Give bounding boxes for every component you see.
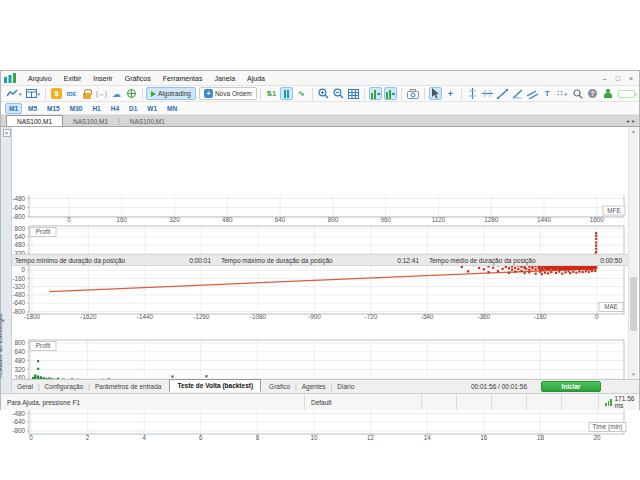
chart-type-button[interactable]: ▾ xyxy=(6,87,23,100)
timeframe-m5[interactable]: M5 xyxy=(24,103,41,114)
timeframe-m30[interactable]: M30 xyxy=(66,103,87,114)
menu-ferramentas[interactable]: Ferramentas xyxy=(157,75,209,82)
scrollbar-thumb[interactable] xyxy=(630,277,637,331)
chart-shift-button[interactable] xyxy=(384,87,397,100)
horizontal-line-icon xyxy=(482,89,493,98)
crosshair-button[interactable]: + xyxy=(444,87,457,100)
chart-scrollbar[interactable]: ▲ ▼ xyxy=(628,127,638,379)
algotrading-button[interactable]: Algotrading xyxy=(146,87,196,100)
tick-chart-button[interactable]: ∿ xyxy=(295,87,308,100)
chart-layout-button[interactable]: ▾ xyxy=(25,87,42,100)
cloud-button[interactable]: ☁ xyxy=(110,87,123,100)
cloud-icon: ☁ xyxy=(112,89,121,99)
community-button[interactable] xyxy=(125,87,138,100)
tab-scroll-left-icon[interactable]: ◂ xyxy=(626,117,629,124)
lock-button[interactable] xyxy=(80,87,93,100)
timeframe-mn[interactable]: MN xyxy=(163,103,181,114)
cursor-button[interactable] xyxy=(429,87,442,100)
connection-button[interactable]: (↔) xyxy=(95,87,108,100)
equidistant-channel-tool[interactable] xyxy=(526,87,539,100)
axis-tick-label: 10 xyxy=(310,434,318,441)
shapes-tool[interactable]: ∷ ▾ xyxy=(556,87,569,100)
market-watch-button[interactable]: $ xyxy=(50,87,63,100)
tab-parametros[interactable]: Parâmetros de entrada xyxy=(90,383,166,390)
chart-snapshot-button[interactable] xyxy=(406,87,420,100)
timeframe-h1[interactable]: H1 xyxy=(88,103,104,114)
timeframe-m15[interactable]: M15 xyxy=(43,103,64,114)
help-button[interactable]: ? xyxy=(586,87,599,100)
chart-tab[interactable]: NAS100,M1 xyxy=(63,116,118,126)
text-tool[interactable]: T xyxy=(541,87,554,100)
tab-configuracao[interactable]: Configuração xyxy=(40,383,89,390)
zoom-in-button[interactable] xyxy=(317,87,330,100)
zoom-out-button[interactable] xyxy=(332,87,345,100)
data-point xyxy=(549,268,551,270)
metaeditor-button[interactable]: IDE xyxy=(65,87,78,100)
axis-tick-label: MFE xyxy=(607,207,620,214)
chart-tab[interactable]: NAS100,M1 xyxy=(120,116,175,126)
axis-tick-label: MAE xyxy=(604,303,618,310)
scroll-up-icon[interactable]: ▲ xyxy=(629,127,638,136)
status-profile[interactable]: Default xyxy=(304,394,421,410)
new-order-button[interactable]: + Nova Ordem xyxy=(199,87,257,100)
data-point xyxy=(566,268,568,270)
grid-button[interactable] xyxy=(347,87,360,100)
axis-tick-label: -1440 xyxy=(137,313,154,320)
data-point xyxy=(528,271,530,273)
data-point xyxy=(541,268,543,270)
x-axis-label-box xyxy=(603,206,625,215)
axis-tick-label: -720 xyxy=(365,313,378,320)
community-user-button[interactable] xyxy=(601,87,614,100)
scroll-down-icon[interactable]: ▼ xyxy=(629,370,638,379)
chart-shift-icon xyxy=(385,89,396,99)
tab-backtest-active[interactable]: Teste de Volta (backtest) xyxy=(169,379,261,392)
axis-tick-label: 6 xyxy=(199,434,203,441)
auto-scroll-button[interactable] xyxy=(369,87,382,100)
timeframe-w1[interactable]: W1 xyxy=(143,103,161,114)
timeframe-d1[interactable]: D1 xyxy=(125,103,141,114)
tab-geral[interactable]: Geral xyxy=(12,383,38,390)
sort-button[interactable]: ⇅1 xyxy=(265,87,278,100)
axis-tick-label: -160 xyxy=(12,275,25,282)
menu-ajuda[interactable]: Ajuda xyxy=(241,75,271,82)
toolbar-separator xyxy=(424,88,425,100)
timeframe-m1[interactable]: M1 xyxy=(5,103,22,114)
menu-arquivo[interactable]: Arquivo xyxy=(22,75,58,82)
menu-graficos[interactable]: Gráficos xyxy=(119,75,157,82)
tab-grafico[interactable]: Gráfico xyxy=(264,383,295,390)
tester-tab-bar: Geral | Configuração | Parâmetros de ent… xyxy=(12,379,639,393)
data-point xyxy=(561,267,563,269)
menu-inserir[interactable]: Inserir xyxy=(87,75,118,82)
tab-diario[interactable]: Diário xyxy=(332,383,359,390)
start-button[interactable]: Iniciar xyxy=(541,381,601,392)
chart-tab-active[interactable]: NAS100,M1 xyxy=(6,115,63,126)
data-point xyxy=(580,267,582,269)
trendline-tool[interactable] xyxy=(496,87,509,100)
vertical-line-tool[interactable] xyxy=(466,87,479,100)
data-point xyxy=(547,266,549,268)
tab-agentes[interactable]: Agentes xyxy=(297,383,331,390)
duration-max-value: 0:12:41 xyxy=(397,257,419,264)
menu-exibir[interactable]: Exibir xyxy=(58,75,88,82)
data-point xyxy=(595,241,597,243)
axis-tick-label: 960 xyxy=(380,216,391,223)
data-point xyxy=(566,267,568,269)
timeframe-h4[interactable]: H4 xyxy=(107,103,123,114)
menu-janela[interactable]: Janela xyxy=(208,75,241,82)
horizontal-line-tool[interactable] xyxy=(481,87,494,100)
search-icon xyxy=(573,89,583,99)
x-axis-label-box xyxy=(599,303,623,312)
axis-tick-label: 8 xyxy=(256,434,260,441)
minimize-button[interactable]: – xyxy=(603,75,607,82)
angle-line-tool[interactable] xyxy=(511,87,524,100)
restore-button[interactable]: □ xyxy=(616,75,620,82)
tab-scroll-right-icon[interactable]: ▸ xyxy=(632,117,635,124)
data-point xyxy=(556,266,558,268)
mt5-window: Arquivo Exibir Inserir Gráficos Ferramen… xyxy=(0,70,640,410)
data-point xyxy=(483,268,485,270)
market-depth-button[interactable] xyxy=(280,87,293,100)
close-button[interactable]: × xyxy=(629,75,633,82)
search-button[interactable] xyxy=(571,87,584,100)
duration-max-label: Tempo máximo de duração da posição xyxy=(221,257,397,264)
close-icon[interactable]: × xyxy=(3,129,11,137)
